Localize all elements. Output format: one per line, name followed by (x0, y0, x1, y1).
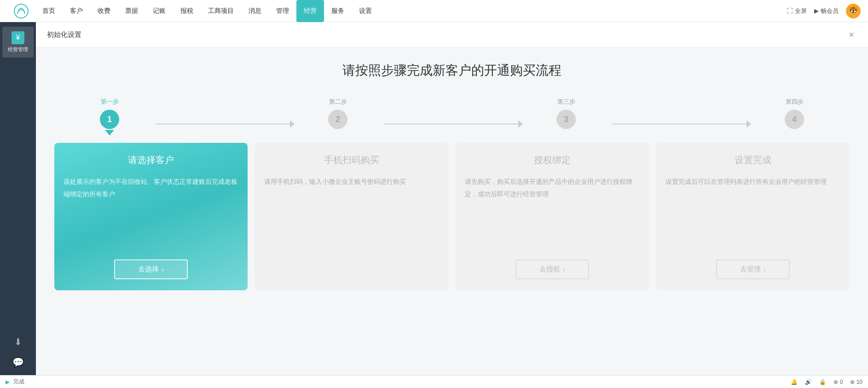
status-text: 完成 (13, 378, 24, 386)
step-2-circle: 2 (328, 110, 347, 129)
nav-home[interactable]: 首页 (35, 0, 63, 22)
sidebar-download-icon[interactable]: ⬇ (12, 334, 25, 350)
nav-settings[interactable]: 设置 (352, 0, 379, 22)
card-1: 请选择客户 该处展示的客户为不在回收站、客户状态正常建账后完成老板端绑定的所有客… (54, 143, 248, 290)
card-3-button-label: 去授权 (539, 265, 560, 274)
card-3: 授权绑定 请先购买，购买后选择开通的产品中的企业用户进行授权绑定，成功后即可进行… (456, 143, 649, 290)
sidebar-operation-label: 经营管理 (8, 46, 28, 53)
nav-customer[interactable]: 客户 (63, 0, 90, 22)
page-title: 初始化设置 (47, 30, 81, 39)
card-1-button[interactable]: 去选择 › (114, 259, 188, 279)
card-1-arrow-icon: › (162, 265, 164, 273)
card-1-desc: 该处展示的客户为不在回收站、客户状态正常建账后完成老板端绑定的所有客户 (64, 176, 238, 213)
lock-icon[interactable]: 🔒 (819, 379, 826, 385)
nav-fee[interactable]: 收费 (90, 0, 118, 22)
nav-operation[interactable]: 经营 (296, 0, 324, 22)
card-4: 设置完成 设置完成后可以在管理列表进行所有企业用户的经营管理 去管理 › (656, 143, 850, 290)
step-3-node: 第三步 3 (520, 98, 612, 129)
close-button[interactable]: × (846, 29, 857, 41)
member-btn[interactable]: ▶ 畅会员 (814, 7, 839, 15)
card-4-title: 设置完成 (665, 154, 840, 166)
step-1-node: 第一步 1 (64, 98, 156, 135)
top-nav: 首页 客户 收费 票据 记账 报税 工商项目 消息 管理 经营 服务 设置 ⛶ … (0, 0, 868, 22)
sidebar-bottom: ⬇ 💬 (10, 334, 27, 375)
svg-point-0 (14, 4, 28, 18)
page-header: 初始化设置 × (36, 22, 868, 48)
sidebar-operation[interactable]: ¥ 经营管理 (2, 27, 34, 58)
setup-heading: 请按照步骤完成新客户的开通购买流程 (54, 62, 850, 79)
notification-icon[interactable]: 🔔 (791, 379, 798, 385)
card-3-title: 授权绑定 (465, 154, 640, 166)
connector-1-2 (156, 123, 292, 124)
card-3-button[interactable]: 去授权 › (515, 259, 589, 279)
fullscreen-icon: ⛶ (787, 7, 793, 14)
step-2-node: 第二步 2 (292, 98, 384, 129)
sidebar-operation-icon: ¥ (12, 31, 24, 44)
counter-10: ⊕ 10 (850, 379, 862, 385)
counter-0: ⊕ 0 (833, 379, 843, 385)
steps-flow: 第一步 1 第二步 2 第三步 3 (54, 98, 850, 135)
card-3-desc: 请先购买，购买后选择开通的产品中的企业用户进行授权绑定，成功后即可进行经营管理 (465, 176, 640, 213)
step-1-circle: 1 (100, 110, 119, 129)
nav-account[interactable]: 记账 (145, 0, 173, 22)
card-2-title: 手机扫码购买 (264, 154, 439, 166)
step-1-label: 第一步 (101, 98, 119, 106)
avatar[interactable]: 🐯 (846, 4, 861, 18)
card-4-desc: 设置完成后可以在管理列表进行所有企业用户的经营管理 (665, 176, 840, 213)
card-4-button-label: 去管理 (740, 265, 761, 274)
member-icon: ▶ (814, 7, 819, 14)
connector-3-4 (612, 123, 748, 124)
step-1-pointer (105, 130, 114, 135)
status-bar: ▶ 完成 🔔 🔊 🔒 ⊕ 0 ⊕ 10 (0, 375, 868, 388)
member-label: 畅会员 (821, 7, 839, 15)
step-3-circle: 3 (556, 110, 576, 129)
connector-2-3 (384, 123, 520, 124)
card-2-desc: 请用手机扫码，输入小微企业主账号密码进行购买 (264, 176, 439, 279)
step-4-label: 第四步 (786, 98, 804, 106)
nav-right: ⛶ 全屏 ▶ 畅会员 🐯 (787, 4, 861, 18)
play-icon: ▶ (6, 379, 10, 385)
status-right: 🔔 🔊 🔒 ⊕ 0 ⊕ 10 (791, 379, 862, 385)
nav-items: 首页 客户 收费 票据 记账 报税 工商项目 消息 管理 经营 服务 设置 (35, 0, 787, 22)
card-4-button[interactable]: 去管理 › (716, 259, 790, 279)
card-3-arrow-icon: › (563, 265, 565, 273)
step-4-circle: 4 (785, 110, 804, 129)
card-2: 手机扫码购买 请用手机扫码，输入小微企业主账号密码进行购买 (255, 143, 448, 290)
card-4-arrow-icon: › (764, 265, 766, 273)
volume-icon[interactable]: 🔊 (805, 379, 812, 385)
nav-manage[interactable]: 管理 (269, 0, 296, 22)
step-2-label: 第二步 (329, 98, 347, 106)
card-1-button-label: 去选择 (138, 265, 159, 274)
card-1-title: 请选择客户 (64, 154, 238, 166)
step-3-label: 第三步 (557, 98, 575, 106)
fullscreen-btn[interactable]: ⛶ 全屏 (787, 7, 807, 15)
step-4-node: 第四步 4 (748, 98, 840, 129)
nav-biz[interactable]: 工商项目 (201, 0, 241, 22)
nav-tax[interactable]: 报税 (173, 0, 201, 22)
nav-service[interactable]: 服务 (324, 0, 352, 22)
main-content: 初始化设置 × 请按照步骤完成新客户的开通购买流程 第一步 1 第二步 2 (36, 22, 868, 375)
nav-logo (7, 4, 35, 18)
setup-content: 请按照步骤完成新客户的开通购买流程 第一步 1 第二步 2 (36, 48, 868, 309)
nav-msg[interactable]: 消息 (241, 0, 269, 22)
sidebar: ¥ 经营管理 ⬇ 💬 (0, 22, 36, 375)
nav-bill[interactable]: 票据 (118, 0, 145, 22)
step-cards: 请选择客户 该处展示的客户为不在回收站、客户状态正常建账后完成老板端绑定的所有客… (54, 143, 850, 290)
fullscreen-label: 全屏 (795, 7, 807, 15)
sidebar-chat-icon[interactable]: 💬 (10, 354, 27, 370)
